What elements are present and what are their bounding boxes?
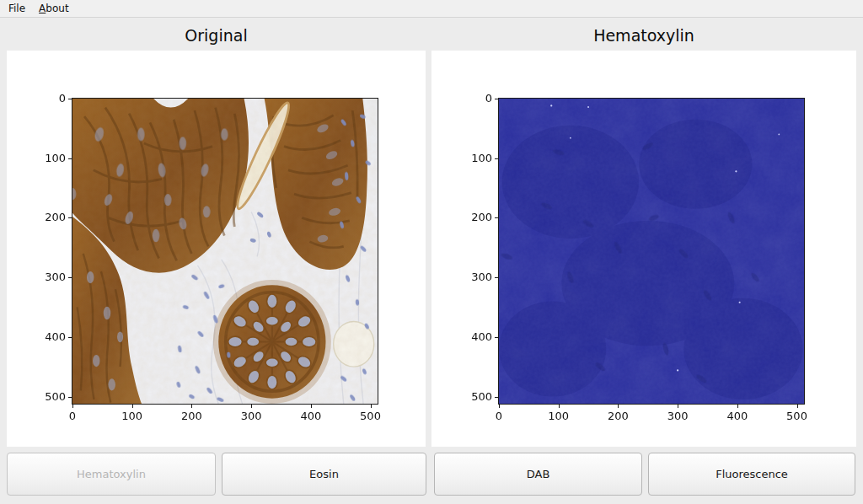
y-tick-mark bbox=[68, 158, 72, 159]
hematoxylin-channel-image bbox=[499, 99, 804, 404]
x-tick-mark bbox=[559, 405, 560, 408]
x-tick-mark bbox=[72, 405, 73, 408]
original-micrograph-image bbox=[72, 99, 378, 404]
y-tick-mark bbox=[68, 99, 72, 99]
menu-about[interactable]: About bbox=[39, 0, 69, 17]
x-tick-mark bbox=[737, 405, 738, 408]
y-tick-label: 500 bbox=[457, 390, 492, 403]
panel-title-original: Original bbox=[7, 24, 426, 47]
y-tick-label: 300 bbox=[30, 271, 66, 283]
y-tick-label: 100 bbox=[457, 152, 492, 164]
x-tick-mark bbox=[311, 405, 312, 408]
y-tick-label: 0 bbox=[457, 92, 492, 105]
menu-bar: File About bbox=[0, 0, 863, 18]
x-tick-label: 400 bbox=[292, 410, 330, 422]
x-tick-mark bbox=[191, 405, 192, 408]
y-tick-mark bbox=[68, 217, 72, 218]
x-tick-label: 100 bbox=[540, 410, 577, 422]
x-tick-label: 400 bbox=[719, 410, 756, 422]
x-tick-label: 100 bbox=[114, 410, 151, 422]
figure-panel-original: 01002003004005000100200300400500 bbox=[7, 51, 426, 447]
y-tick-mark bbox=[495, 277, 498, 278]
x-tick-label: 500 bbox=[779, 410, 816, 422]
x-tick-mark bbox=[618, 405, 619, 408]
y-tick-label: 100 bbox=[30, 152, 66, 164]
y-tick-label: 400 bbox=[30, 330, 66, 343]
y-tick-mark bbox=[495, 217, 498, 218]
x-tick-mark bbox=[371, 405, 372, 408]
x-tick-mark bbox=[678, 405, 678, 408]
x-tick-label: 200 bbox=[173, 410, 210, 422]
x-tick-label: 300 bbox=[233, 410, 270, 422]
y-tick-mark bbox=[68, 277, 72, 278]
y-tick-label: 200 bbox=[30, 211, 66, 223]
figure-panel-hematoxylin: 01002003004005000100200300400500 bbox=[432, 51, 856, 447]
hematoxylin-button[interactable]: Hematoxylin bbox=[7, 453, 216, 496]
x-tick-label: 200 bbox=[599, 410, 636, 422]
x-tick-label: 300 bbox=[659, 410, 696, 422]
x-tick-label: 0 bbox=[54, 410, 91, 422]
y-tick-mark bbox=[495, 158, 498, 159]
x-tick-mark bbox=[251, 405, 252, 408]
fluorescence-button[interactable]: Fluorescence bbox=[648, 453, 855, 496]
menu-about-rest: bout bbox=[46, 3, 68, 14]
plot-hematoxylin bbox=[498, 98, 805, 405]
y-tick-mark bbox=[68, 397, 72, 398]
x-tick-label: 500 bbox=[352, 410, 389, 422]
y-tick-label: 400 bbox=[457, 330, 492, 343]
x-tick-mark bbox=[499, 405, 500, 408]
y-tick-mark bbox=[68, 337, 72, 338]
panel-title-hematoxylin: Hematoxylin bbox=[432, 24, 856, 47]
y-tick-label: 500 bbox=[30, 390, 66, 403]
menu-file[interactable]: File bbox=[8, 0, 25, 17]
plot-original bbox=[72, 98, 378, 405]
x-tick-mark bbox=[132, 405, 133, 408]
dab-button[interactable]: DAB bbox=[434, 453, 642, 496]
eosin-button[interactable]: Eosin bbox=[222, 453, 426, 496]
y-tick-label: 300 bbox=[457, 271, 492, 283]
y-tick-mark bbox=[495, 397, 498, 398]
y-tick-mark bbox=[495, 99, 498, 99]
y-tick-label: 200 bbox=[457, 211, 492, 223]
y-tick-label: 0 bbox=[30, 92, 66, 105]
x-tick-label: 0 bbox=[480, 410, 517, 422]
y-tick-mark bbox=[495, 337, 498, 338]
x-tick-mark bbox=[797, 405, 798, 408]
